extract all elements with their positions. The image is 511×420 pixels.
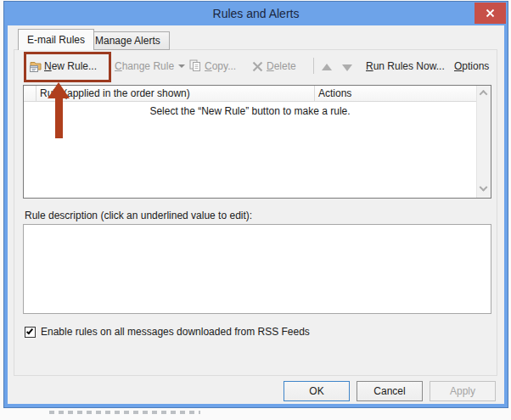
column-header-rule[interactable]: Rule (applied in the order shown) xyxy=(36,86,315,101)
rules-list-empty-message: Select the “New Rule” button to make a r… xyxy=(24,105,476,117)
tab-manage-alerts-label: Manage Alerts xyxy=(95,35,160,47)
copy-label: Copy... xyxy=(205,60,236,72)
ok-button[interactable]: OK xyxy=(284,381,350,401)
tab-manage-alerts[interactable]: Manage Alerts xyxy=(87,31,170,50)
cancel-button[interactable]: Cancel xyxy=(357,381,423,401)
new-rule-label: New Rule... xyxy=(44,60,97,72)
rss-feeds-checkbox[interactable] xyxy=(25,327,36,338)
email-rules-panel: New Rule... Change Rule Copy... xyxy=(14,49,497,376)
chevron-down-icon xyxy=(178,64,185,68)
rules-list-scrollbar[interactable] xyxy=(476,86,491,198)
titlebar[interactable]: Rules and Alerts xyxy=(4,2,508,25)
rule-description-box[interactable] xyxy=(23,224,491,314)
options-label: Options xyxy=(454,60,489,72)
rule-description-label: Rule description (click an underlined va… xyxy=(25,210,252,221)
footer-button-row: OK Cancel Apply xyxy=(284,381,496,401)
toolbar-separator xyxy=(313,58,314,74)
new-rule-icon xyxy=(29,59,42,76)
copy-button[interactable]: Copy... xyxy=(205,60,236,72)
change-rule-button[interactable]: Change Rule xyxy=(115,60,185,72)
new-rule-button[interactable]: New Rule... xyxy=(44,60,97,72)
rules-list[interactable]: Rule (applied in the order shown) Action… xyxy=(23,85,491,199)
column-header-actions[interactable]: Actions xyxy=(315,86,476,101)
background-page-text xyxy=(49,411,200,414)
apply-button[interactable]: Apply xyxy=(430,381,496,401)
change-rule-label: Change Rule xyxy=(115,60,174,72)
scroll-down-icon[interactable] xyxy=(480,187,487,193)
close-button[interactable] xyxy=(474,3,506,24)
tab-email-rules-label: E-mail Rules xyxy=(27,34,85,46)
delete-label: Delete xyxy=(267,60,296,72)
rss-feeds-option[interactable]: Enable rules on all messages downloaded … xyxy=(25,326,310,338)
copy-icon xyxy=(189,59,201,75)
delete-button[interactable]: Delete xyxy=(267,60,296,72)
rules-and-alerts-dialog: Rules and Alerts E-mail Rules Manage Ale… xyxy=(3,1,508,408)
scroll-up-icon[interactable] xyxy=(480,90,487,97)
dialog-body: E-mail Rules Manage Alerts New Rule... xyxy=(8,25,504,404)
run-rules-now-label: Run Rules Now... xyxy=(366,60,445,72)
move-up-button[interactable] xyxy=(322,64,332,70)
checkmark-icon xyxy=(26,327,33,334)
options-button[interactable]: Options xyxy=(454,60,489,72)
rules-list-header: Rule (applied in the order shown) Action… xyxy=(24,86,476,102)
rss-feeds-label: Enable rules on all messages downloaded … xyxy=(41,326,310,338)
close-icon xyxy=(486,8,495,18)
delete-icon xyxy=(252,61,263,75)
move-down-button[interactable] xyxy=(342,64,352,71)
window-title: Rules and Alerts xyxy=(213,7,300,20)
column-header-selection[interactable] xyxy=(24,86,36,101)
run-rules-now-button[interactable]: Run Rules Now... xyxy=(366,60,445,72)
tab-email-rules[interactable]: E-mail Rules xyxy=(18,29,94,50)
